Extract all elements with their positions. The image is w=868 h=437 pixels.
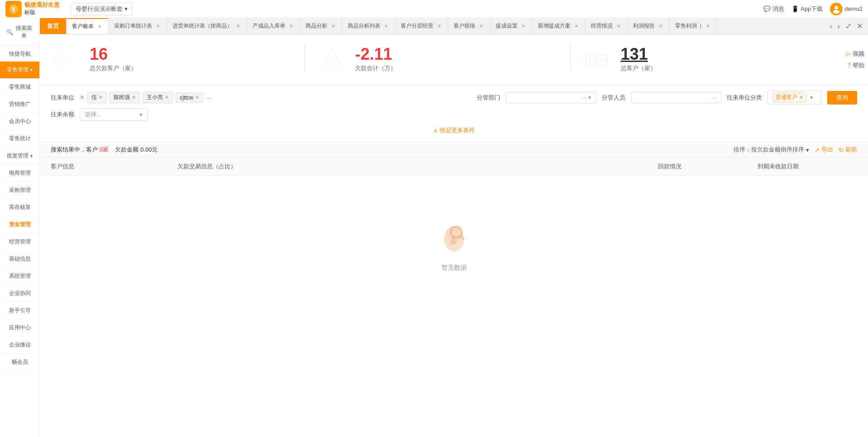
sort-select[interactable]: 排序：按欠款金额倒序排序 ▾ <box>734 146 809 154</box>
user-menu[interactable]: demo2 <box>830 3 863 15</box>
sidebar-item-retail-mall[interactable]: 零售商城 <box>0 79 39 96</box>
tab-customer-contact[interactable]: 客户联络 ✕ <box>448 18 490 34</box>
tab-close-retail-profit[interactable]: ✕ <box>705 23 711 29</box>
tab-close-instock-stat[interactable]: ✕ <box>235 23 241 29</box>
svg-rect-14 <box>600 58 602 61</box>
sidebar-item-sys-mgmt[interactable]: 系统管理 <box>0 268 39 285</box>
sidebar-item-retail-stat[interactable]: 零售统计 <box>0 130 39 147</box>
tag-close-chen[interactable]: ✕ <box>132 95 136 100</box>
tag-close-cjttcw[interactable]: ✕ <box>195 95 199 100</box>
tab-customer-capital[interactable]: 客户账本 ✕ <box>67 18 109 34</box>
tab-biz-status[interactable]: 经营情况 ✕ <box>585 18 628 34</box>
unit-tag-close-icon[interactable]: ✕ <box>80 94 85 101</box>
collapse-row: ∧ 收起更多条件 <box>51 124 857 136</box>
sidebar-item-wholesale[interactable]: 批发管理 ▾ <box>0 147 39 165</box>
sidebar-search[interactable]: 🔍 搜索菜单 <box>0 18 39 47</box>
sidebar-item-capital[interactable]: 资金管理 <box>0 216 39 233</box>
tab-purchase-order[interactable]: 采购订单统计表 ✕ <box>109 18 167 34</box>
tab-close-new-tip-plan[interactable]: ✕ <box>573 23 580 29</box>
chevron-down-icon: ▾ <box>125 5 128 12</box>
tab-close-produce-in[interactable]: ✕ <box>288 23 294 29</box>
tab-new-tip-plan[interactable]: 新增提成方案 ✕ <box>532 18 585 34</box>
sidebar-item-vip-member[interactable]: 畅会员 <box>0 354 39 371</box>
unit-class-chevron-icon: ▾ <box>810 94 813 101</box>
tab-tip-settings[interactable]: 提成设置 ✕ <box>490 18 532 34</box>
stat-label-debt: 欠款合计（万） <box>355 64 396 72</box>
tab-close-tip-settings[interactable]: ✕ <box>520 23 527 29</box>
tab-close-all-btn[interactable]: ✕ <box>855 21 864 31</box>
refresh-btn[interactable]: ↻ 刷新 <box>839 146 857 154</box>
query-button[interactable]: 查询 <box>827 91 857 104</box>
tab-customer-layer[interactable]: 客户分层经营 ✕ <box>395 18 448 34</box>
tab-close-profit-report[interactable]: ✕ <box>657 23 664 29</box>
sidebar-item-basic-info[interactable]: 基础信息 <box>0 251 39 268</box>
sidebar-item-inventory[interactable]: 库存核算 <box>0 199 39 216</box>
empty-area: 暂无数据 <box>40 176 868 308</box>
tab-close-purchase-order[interactable]: ✕ <box>155 23 161 29</box>
demo-account-select[interactable]: 母婴行业演示帐套 ▾ <box>71 3 133 15</box>
customers-icon: ¥ <box>51 43 82 75</box>
svg-text:!: ! <box>331 58 333 67</box>
stats-section: ¥ 16 总欠款客户（家） <box>40 34 868 85</box>
dept-dropdown[interactable]: ··· ▾ <box>506 92 596 103</box>
tag-close-wu[interactable]: ✕ <box>99 95 103 100</box>
col-due-date: 到期未收款日期 <box>758 162 857 171</box>
tag-close-wang[interactable]: ✕ <box>165 95 169 100</box>
tab-controls: ‹ › ⤢ ✕ <box>824 21 868 31</box>
export-btn[interactable]: ↗ 导出 <box>815 146 833 154</box>
sidebar-item-retail-mgmt[interactable]: 零售管理 ▾ <box>0 62 39 79</box>
tab-instock-stat[interactable]: 进货单统计表（按商品） ✕ <box>167 18 247 34</box>
sidebar-item-new-guide[interactable]: 新手引导 <box>0 302 39 319</box>
tab-close-goods-analysis-list[interactable]: ✕ <box>383 23 389 29</box>
filter-tag-wu: 伍 ✕ <box>87 92 107 103</box>
logo: ¥ 畅捷通好生意 标版 <box>5 1 60 17</box>
debt-icon: ! <box>316 43 348 75</box>
unit-class-label: 往来单位分类 <box>727 94 762 102</box>
tab-goods-analysis[interactable]: 商品分析 ✕ <box>300 18 342 34</box>
total-customers-icon <box>582 43 614 75</box>
result-info: 搜索结果中，客户 0家 欠款金额 0.00元 <box>51 146 158 154</box>
help-btn[interactable]: ? 帮助 <box>848 62 864 70</box>
stat-label-customers: 总欠款客户（家） <box>90 64 137 72</box>
svg-rect-8 <box>586 52 596 66</box>
sidebar-item-purchase[interactable]: 采购管理 <box>0 182 39 199</box>
video-btn[interactable]: ▷ 视频 <box>846 50 864 58</box>
tab-close-customer-layer[interactable]: ✕ <box>436 23 442 29</box>
tab-close-customer-capital[interactable]: ✕ <box>96 24 103 29</box>
sidebar-item-marketing[interactable]: 营销推广 <box>0 96 39 113</box>
dept-chevron-icon: ▾ <box>588 94 591 101</box>
app-download-btn[interactable]: 📱 App下载 <box>791 5 823 13</box>
tab-produce-in[interactable]: 产成品入库单 ✕ <box>247 18 300 34</box>
svg-rect-11 <box>589 60 591 64</box>
tab-maximize-btn[interactable]: ⤢ <box>844 21 853 31</box>
tab-home[interactable]: 首页 <box>40 18 67 34</box>
svg-rect-9 <box>589 55 591 58</box>
balance-dropdown[interactable]: 选择... ▾ <box>80 108 148 121</box>
unit-class-dropdown[interactable]: 普通客户 ✕ ▾ <box>767 90 822 104</box>
empty-text: 暂无数据 <box>441 264 467 272</box>
tab-profit-report[interactable]: 利润报告 ✕ <box>628 18 670 34</box>
person-dropdown[interactable]: ··· <box>631 92 721 103</box>
export-icon: ↗ <box>815 147 820 153</box>
tags-more-btn[interactable]: ··· <box>206 94 211 101</box>
tab-next-btn[interactable]: › <box>836 21 842 31</box>
sidebar-item-enterprise[interactable]: 企业协同 <box>0 285 39 302</box>
sidebar-item-enterprise-wechat[interactable]: 企业微信 <box>0 337 39 354</box>
search-menu-btn[interactable]: 🔍 搜索菜单 <box>4 22 36 43</box>
sidebar-item-biz-mgmt[interactable]: 经营管理 <box>0 233 39 251</box>
unit-class-tag-close[interactable]: ✕ <box>799 95 803 100</box>
tab-close-customer-contact[interactable]: ✕ <box>478 23 484 29</box>
tab-close-biz-status[interactable]: ✕ <box>615 23 622 29</box>
sidebar-item-ecommerce[interactable]: 电商管理 <box>0 165 39 182</box>
collapse-btn[interactable]: ∧ 收起更多条件 <box>433 124 475 136</box>
message-btn[interactable]: 💬 消息 <box>763 5 784 13</box>
tab-retail-profit[interactable]: 零售利润（ ✕ <box>670 18 717 34</box>
tab-prev-btn[interactable]: ‹ <box>828 21 834 31</box>
sidebar-item-app-center[interactable]: 应用中心 <box>0 319 39 337</box>
stat-number-customers: 16 <box>90 46 137 62</box>
tab-close-goods-analysis[interactable]: ✕ <box>330 23 336 29</box>
tab-goods-analysis-list[interactable]: 商品分析列表 ✕ <box>342 18 395 34</box>
quick-nav-btn[interactable]: 快捷导航 <box>0 47 39 62</box>
stat-info-debt: -2.11 欠款合计（万） <box>355 46 396 72</box>
sidebar-item-member[interactable]: 会员中心 <box>0 113 39 130</box>
